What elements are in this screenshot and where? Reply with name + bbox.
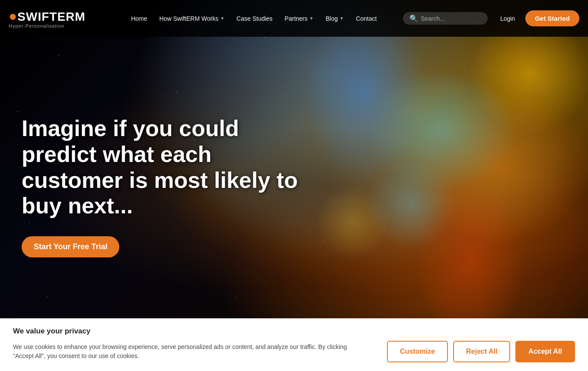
customize-button[interactable]: Customize — [387, 341, 448, 362]
logo-text: ●SWIFTERM — [9, 8, 86, 24]
get-started-button[interactable]: Get Started — [525, 10, 579, 26]
nav-arrow-blog: ▼ — [339, 16, 344, 21]
nav-home[interactable]: Home — [125, 12, 153, 25]
search-input[interactable] — [421, 15, 481, 22]
nav-case-studies[interactable]: Case Studies — [230, 12, 278, 25]
search-icon: 🔍 — [409, 14, 418, 22]
accept-all-button[interactable]: Accept All — [515, 341, 575, 362]
logo-swift: SWIFT — [17, 10, 57, 23]
nav-arrow-how: ▼ — [220, 16, 224, 21]
nav-contact[interactable]: Contact — [350, 12, 383, 25]
cookie-text: We use cookies to enhance your browsing … — [13, 342, 359, 361]
cookie-banner: We value your privacy We use cookies to … — [0, 318, 588, 371]
nav-how-it-works[interactable]: How SwiftERM Works ▼ — [153, 12, 231, 25]
logo-sub: Hyper-Personalisation — [9, 23, 86, 29]
logo: ●SWIFTERM Hyper-Personalisation — [9, 8, 86, 29]
search-area[interactable]: 🔍 — [403, 12, 488, 25]
logo-erm: ERM — [57, 10, 85, 23]
nav-partners[interactable]: Partners ▼ — [278, 12, 320, 25]
nav-login[interactable]: Login — [494, 12, 521, 25]
start-free-trial-button[interactable]: Start Your Free Trial — [22, 236, 119, 257]
cookie-title: We value your privacy — [13, 327, 575, 336]
cookie-buttons: Customize Reject All Accept All — [387, 341, 575, 362]
navbar: ●SWIFTERM Hyper-Personalisation Home How… — [0, 0, 588, 37]
logo-dot: ● — [9, 8, 17, 24]
nav-arrow-partners: ▼ — [309, 16, 313, 21]
nav-links: Home How SwiftERM Works ▼ Case Studies P… — [112, 12, 396, 25]
reject-all-button[interactable]: Reject All — [453, 341, 510, 362]
nav-blog[interactable]: Blog ▼ — [320, 12, 350, 25]
hero-headline: Imagine if you could predict what each c… — [22, 116, 307, 219]
cookie-body: We use cookies to enhance your browsing … — [13, 341, 575, 362]
